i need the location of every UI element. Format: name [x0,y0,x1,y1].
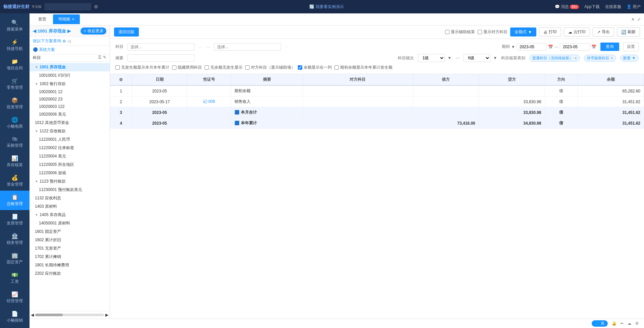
scroll-left-icon[interactable]: ◀ [31,313,34,317]
settings-icon[interactable]: ⚙ [94,4,98,9]
tree-node-1132[interactable]: 1132 应收利息 [30,194,110,202]
cloud-print-btn[interactable]: ☁ 云打印 [564,27,590,37]
query-btn[interactable]: 查询 [600,43,619,51]
period-calendar-icon1[interactable]: 📅 [548,45,553,49]
tree-node-11220005[interactable]: 11220005 所在地区 [30,160,110,169]
type-tag-1[interactable]: 普通科目（无特殊核算） ✕ [529,55,580,62]
tab-close-icon[interactable]: ✕ [72,17,74,21]
query-settings-icon[interactable]: ⚙ [62,39,66,44]
tree-node-11220004[interactable]: 11220004 美元 [30,152,110,160]
edit-icon[interactable]: ✏ [621,321,624,326]
tree-toolbar-edit-icon[interactable]: ✎ [103,55,106,60]
tree-node-11220002[interactable]: 11220002 往来标签 [30,144,110,152]
tree-h-scrollbar[interactable] [35,314,104,316]
tab-home[interactable]: 首页 [33,14,52,24]
export-btn[interactable]: ↗ 导出 [593,27,614,37]
check-period-acc[interactable]: 期初余额显示本年累计发生额 [334,65,392,70]
tree-header-nav-left[interactable]: ◀ [33,28,36,34]
scroll-right-icon[interactable]: ▶ [105,313,108,317]
cloud-icon[interactable]: ☁ [628,321,631,326]
check-no-balance-input[interactable] [115,65,120,70]
tree-node-10020006[interactable]: 10020006 美元 [30,110,110,119]
tree-node-1405[interactable]: ▼ 1405 库存商品 [30,211,110,219]
sidebar-item-report[interactable]: 📄 小畅报销 [0,307,30,327]
tree-node-1012[interactable]: 1012 其他货币资金 [30,119,110,127]
subject-input[interactable] [127,43,195,51]
level-dropdown-icon[interactable]: ▼ [447,56,451,60]
sidebar-item-salary[interactable]: 💵 工资 [0,268,30,288]
tree-node-10010001[interactable]: 10010001 叼叼叼 [30,71,110,80]
sidebar-item-ledger[interactable]: 📋 总账管理 [0,191,30,210]
settings-status-icon[interactable]: ⚙ [635,321,639,326]
tree-node-1002[interactable]: ▼ 1002 银行存款 [30,80,110,88]
lang-btn[interactable]: 🌐 英 [592,320,608,327]
voucher-link-2[interactable]: 记-006 [203,99,215,104]
sidebar-item-ecommerce[interactable]: 🌐 小畅电商 [0,113,30,133]
type-tag-2[interactable]: 外币核算科目 ✕ [584,55,616,62]
subject-input2[interactable] [214,43,281,51]
collapse-tree-icon[interactable]: ◁ [67,39,70,44]
user-info[interactable]: 👤 用户 [627,4,641,10]
tree-node-2202[interactable]: 2202 应付账款 [30,269,110,278]
tree-node-1801[interactable]: 1801 长期待摊费用 [30,261,110,269]
message-area[interactable]: 💬 消息 99+ [555,4,579,10]
show-assist-checkbox[interactable] [445,30,449,34]
system-plan-label[interactable]: 系统方案 [39,47,55,52]
show-assist-check[interactable]: 显示辅助核算 [445,29,475,35]
tree-node-11220006[interactable]: 11220006 游戏 [30,169,110,177]
close-window-icon[interactable]: ✕ [631,17,635,22]
show-opposite-checkbox[interactable] [478,30,482,34]
sidebar-item-base[interactable]: ℹ 基础信息 [0,327,30,328]
refresh-btn[interactable]: 🔄 刷新 [617,27,640,37]
tree-header-nav-right[interactable]: ▶ [67,28,71,34]
type-tag-3[interactable]: 数量 ▼ [620,55,639,62]
setting-btn[interactable]: 设置 [623,42,639,51]
sidebar-item-purchase[interactable]: 🛍 采购管理 [0,133,30,152]
notification-icon[interactable]: 🔔 [612,321,616,326]
online-service[interactable]: 在线客服 [605,4,621,10]
check-no-zero[interactable]: 无余额无发生显示 [205,65,243,70]
top-search-input[interactable] [44,3,91,10]
tree-node-10020002[interactable]: 10020002 23 [30,95,110,103]
tree-node-11220001[interactable]: 11220001 人民币 [30,135,110,144]
sidebar-item-quick[interactable]: ⚡ 快捷导航 [0,36,30,55]
check-period-acc-input[interactable] [334,65,339,70]
tree-node-10020001[interactable]: 10020001 12 [30,88,110,95]
check-one-col[interactable]: 余额显示在一列 [298,65,332,70]
tree-node-10020003[interactable]: 10020003 122 [30,103,110,110]
period-calendar-icon2[interactable]: 📅 [591,45,596,49]
type-tag-1-close[interactable]: ✕ [574,56,577,60]
type-tag-3-dropdown[interactable]: ▼ [632,56,636,60]
level-end-dropdown-icon[interactable]: ▼ [493,56,497,60]
check-opposite-input[interactable] [245,65,250,70]
sidebar-item-finance[interactable]: 💰 资金管理 [0,171,30,191]
tree-node-1123[interactable]: ▼ 1123 预付账款 [30,177,110,186]
tree-node-14050001[interactable]: 14050001 原材料 [30,219,110,227]
period-dropdown-icon[interactable]: ▼ [511,45,515,49]
tree-node-1701[interactable]: 1701 无形资产 [30,244,110,253]
tab-detail[interactable]: 明细账 ✕ [53,14,80,24]
th-gear[interactable]: ⚙ [110,74,132,85]
sidebar-item-invoice[interactable]: 🧾 发票管理 [0,210,30,229]
tree-node-1001[interactable]: ▼ 1001 库存现金 [30,63,110,71]
return-old-btn[interactable]: 退回旧版 [114,27,139,37]
check-hide-used-input[interactable] [172,65,176,70]
expand-icon[interactable]: ⤢ [637,17,641,22]
sidebar-item-tax[interactable]: 🏦 税务管理 [0,229,30,249]
tree-node-1403[interactable]: 1403 原材料 [30,202,110,211]
sidebar-item-wholesale[interactable]: 📦 批发管理 [0,94,30,113]
check-no-zero-input[interactable] [205,65,209,70]
tree-more-btn[interactable]: ∧ 收起更多 [80,27,106,35]
tree-node-1122[interactable]: ▼ 1122 应收账款 [30,127,110,135]
tree-node-1601[interactable]: 1601 固定资产 [30,227,110,236]
summary-input[interactable] [127,54,195,62]
check-hide-used[interactable]: 隐藏禁用科目 [172,65,202,70]
app-download[interactable]: App下载 [584,4,599,10]
demo-link[interactable]: 🔄 我要看实例演示 [309,4,343,10]
check-one-col-input[interactable] [298,65,302,70]
level-start-select[interactable]: 1级2级3级 [418,54,445,62]
sidebar-item-retail[interactable]: 🛒 零售管理 [0,74,30,94]
check-opposite[interactable]: 对方科目（显示辅助项） [245,65,295,70]
sidebar-item-assets[interactable]: 🏢 固定资产 [0,249,30,268]
period-end-input[interactable] [560,43,590,51]
